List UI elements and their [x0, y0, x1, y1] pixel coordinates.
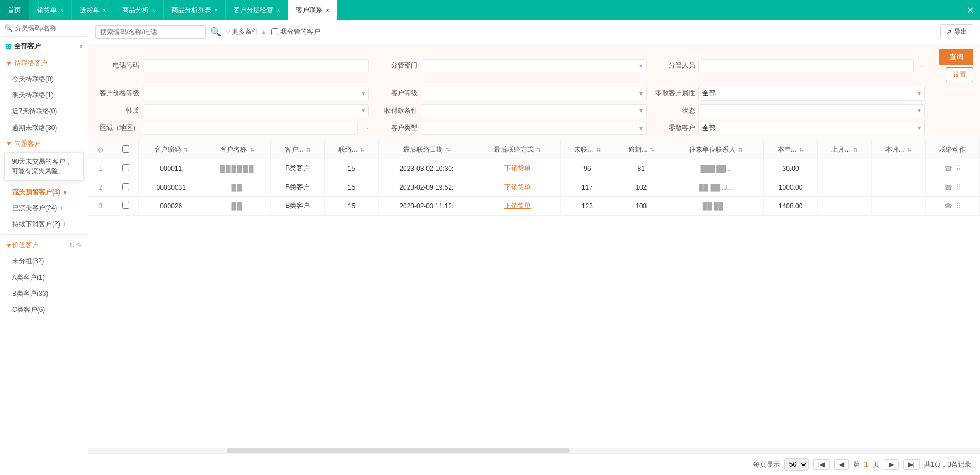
sidebar-item-churn-warning[interactable]: 流失预警客户(3) ● — [0, 184, 88, 200]
last-page-button[interactable]: ▶| — [903, 459, 920, 470]
filter-row-3: 性质 ▾ 收付款条件 ▾ 状态 — [95, 104, 973, 117]
status-select[interactable]: ▾ — [698, 104, 925, 117]
scrollbar-thumb[interactable] — [227, 448, 570, 453]
overdue-sort-icon: ⇅ — [650, 147, 654, 153]
td-contact-person: ██ ██..3... — [668, 178, 764, 197]
payment-select[interactable]: ▾ — [421, 104, 647, 117]
gender-down-arrow: ▾ — [362, 107, 365, 114]
tab-sales-close[interactable]: × — [60, 7, 64, 13]
td-name: ██ — [204, 178, 271, 197]
sidebar-all-customers[interactable]: ⊞ 全部客户 « — [0, 37, 88, 55]
region-dots[interactable]: ··· — [363, 124, 369, 132]
tab-goods-analysis-close[interactable]: × — [152, 7, 155, 13]
filter-field-zero-attr: 零散客户属性 全部 ▾ — [651, 86, 925, 101]
settings-button[interactable]: 设置 — [946, 67, 973, 82]
zero-attr-select[interactable]: 全部 ▾ — [698, 86, 925, 101]
tab-purchase[interactable]: 进货单 × — [72, 0, 114, 20]
sidebar-item-overdue-contact[interactable]: 逾期未联络(30) — [0, 120, 88, 136]
filter-toolbar: 🔍 ▽ 更多条件 ▲ 我分管的客户 ↗ 导出 — [88, 20, 980, 44]
tab-customer-layer[interactable]: 客户分层经营 × — [226, 0, 288, 20]
td-checkbox[interactable] — [113, 197, 138, 216]
phone-input[interactable] — [143, 59, 369, 72]
tab-customer-contact[interactable]: 客户联系 × — [288, 0, 337, 20]
zero-customer-select[interactable]: 全部 ▾ — [698, 121, 925, 135]
action-more-icon[interactable]: ⠿ — [956, 202, 961, 210]
sidebar-section-pending-label: 待联络客户 — [14, 59, 48, 68]
action-more-icon[interactable]: ⠿ — [956, 184, 961, 191]
row-checkbox[interactable] — [122, 164, 129, 171]
grade-select[interactable]: ▾ — [143, 87, 369, 100]
td-last-method[interactable]: 下销货单 — [475, 197, 560, 216]
dept-select[interactable]: ▾ — [421, 59, 647, 72]
my-customers-checkbox[interactable] — [271, 28, 278, 35]
manager-dots[interactable]: ··· — [919, 62, 925, 70]
sidebar-search-input[interactable] — [15, 24, 88, 32]
horizontal-scrollbar[interactable] — [88, 448, 980, 453]
tab-customer-layer-close[interactable]: × — [277, 7, 280, 13]
per-page-select[interactable]: 50 — [784, 458, 809, 471]
filter-more-conditions[interactable]: ▽ 更多条件 ▲ — [226, 27, 267, 36]
edit-icon[interactable]: ✎ — [77, 242, 82, 249]
sidebar-item-b-class[interactable]: B类客户(33) — [0, 286, 88, 302]
tab-sales[interactable]: 销货单 × — [29, 0, 72, 20]
sidebar-item-7days[interactable]: 近7天待联络(0) — [0, 103, 88, 119]
td-checkbox[interactable] — [113, 159, 138, 178]
gender-select[interactable]: ▾ — [143, 104, 369, 117]
region-input[interactable] — [143, 122, 358, 135]
action-contact-icon[interactable]: ☎ — [944, 184, 952, 191]
td-last-method[interactable]: 下销货单 — [475, 178, 560, 197]
my-customers-label[interactable]: 我分管的客户 — [271, 27, 320, 36]
problem-tooltip-text: 90天未交易的客户，可能有流失风险。 — [12, 158, 72, 175]
filter-search-input[interactable] — [95, 25, 206, 39]
td-code: 000026 — [138, 197, 204, 216]
row-checkbox[interactable] — [122, 202, 129, 209]
sidebar-item-ungroup[interactable]: 未分组(32) — [0, 253, 88, 269]
sidebar-section-pending[interactable]: ▼ 待联络客户 — [0, 55, 88, 71]
tab-goods-list[interactable]: 商品分析列表 × — [164, 0, 226, 20]
td-action[interactable]: ☎ ⠿ — [925, 197, 979, 216]
filter-field-region: 区域（地区） ··· — [95, 122, 369, 135]
first-page-button[interactable]: |◀ — [813, 459, 830, 470]
th-checkbox[interactable] — [113, 140, 138, 159]
tab-goods-analysis[interactable]: 商品分析 × — [114, 0, 164, 20]
next-page-button[interactable]: ▶ — [884, 459, 899, 470]
code-sort-icon: ⇅ — [184, 147, 188, 153]
sidebar-item-declining[interactable]: 持续下滑客户(2) ℹ — [0, 216, 88, 232]
sidebar-item-a-class[interactable]: A类客户(1) — [0, 270, 88, 286]
query-button[interactable]: 查询 — [939, 49, 973, 65]
sidebar-section-value[interactable]: ▼ 价值客户 ↻ ✎ — [0, 237, 88, 253]
td-action[interactable]: ☎ ⠿ — [925, 159, 979, 178]
sidebar-section-problem[interactable]: ▼ 问题客户 — [0, 136, 88, 152]
filter-search-button[interactable]: 🔍 — [210, 27, 221, 37]
refresh-icon[interactable]: ↻ — [69, 242, 75, 249]
level-select[interactable]: ▾ — [421, 87, 647, 100]
window-close-button[interactable]: ✕ — [960, 0, 980, 20]
row-checkbox[interactable] — [122, 183, 129, 190]
sidebar-item-churned[interactable]: 已流失客户(24) ℹ — [0, 200, 88, 216]
tab-customer-contact-close[interactable]: × — [326, 7, 329, 13]
th-settings[interactable]: ⚙ — [88, 140, 113, 159]
tab-home[interactable]: 首页 — [0, 0, 29, 20]
tab-purchase-close[interactable]: × — [103, 7, 106, 13]
export-button[interactable]: ↗ 导出 — [940, 24, 973, 39]
td-action[interactable]: ☎ ⠿ — [925, 178, 979, 197]
td-checkbox[interactable] — [113, 178, 138, 197]
sidebar-item-today[interactable]: 今天待联络(0) — [0, 71, 88, 87]
page-suffix: 页 — [873, 460, 879, 469]
td-last-method[interactable]: 下销货单 — [475, 159, 560, 178]
table-settings-icon[interactable]: ⚙ — [97, 145, 105, 154]
customer-type-select[interactable]: ▾ — [421, 122, 647, 135]
action-more-icon[interactable]: ⠿ — [956, 165, 961, 173]
sidebar-item-c-class[interactable]: C类客户(6) — [0, 302, 88, 318]
select-all-checkbox[interactable] — [122, 145, 129, 153]
manager-input[interactable] — [698, 59, 914, 72]
tab-goods-list-close[interactable]: × — [215, 7, 218, 13]
problem-tooltip: 90天未交易的客户，可能有流失风险。 — [4, 152, 84, 181]
action-contact-icon[interactable]: ☎ — [944, 202, 952, 210]
action-contact-icon[interactable]: ☎ — [944, 165, 952, 173]
td-overdue: 81 — [614, 159, 668, 178]
prev-page-button[interactable]: ◀ — [834, 459, 849, 470]
sidebar-item-tomorrow[interactable]: 明天待联络(1) — [0, 87, 88, 103]
zero-attr-label: 零散客户属性 — [651, 88, 695, 98]
td-last-date: 2023-02-03 11:12: — [378, 197, 475, 216]
